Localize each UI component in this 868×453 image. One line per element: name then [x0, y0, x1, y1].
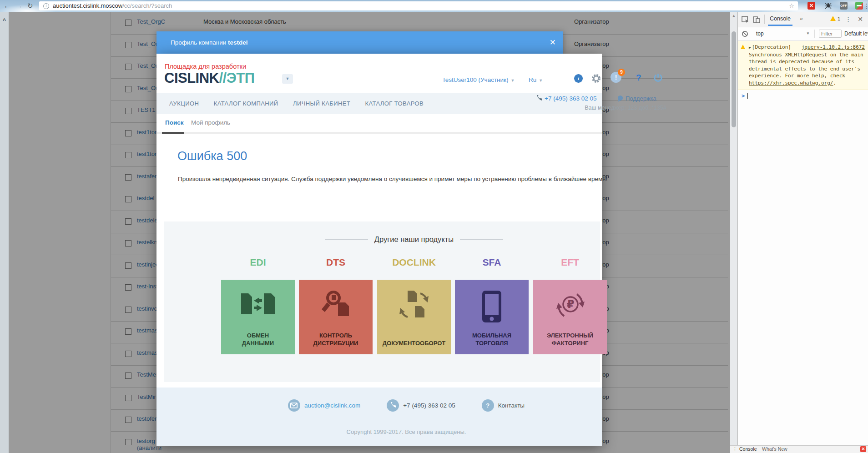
- manager-note: Ваш менеджер: 123 доб..*135#: [548, 105, 666, 111]
- spider-icon: [824, 2, 832, 10]
- nav-auction[interactable]: АУКЦИОН: [169, 93, 199, 114]
- divider: [814, 30, 815, 38]
- console-prompt[interactable]: >: [738, 90, 868, 102]
- reload-icon[interactable]: ↻: [27, 0, 33, 12]
- gear-icon[interactable]: [591, 74, 601, 85]
- console-levels-select[interactable]: Default lev: [844, 27, 868, 40]
- devtools-toolbar: Console » 1 ⋮ ✕: [738, 12, 868, 27]
- url-text[interactable]: auctiontest.cislink.moscow/cc/search/?se…: [53, 1, 172, 10]
- info-icon[interactable]: i: [574, 74, 583, 83]
- cislink-logo[interactable]: CISLINK//ЭТП: [164, 70, 255, 86]
- dts-tile[interactable]: КОНТРОЛЬ ДИСТРИБУЦИИ: [299, 280, 373, 354]
- nav-personal-cabinet[interactable]: ЛИЧНЫЙ КАБИНЕТ: [293, 93, 350, 114]
- nav-goods-catalog[interactable]: КАТАЛОГ ТОВАРОВ: [365, 93, 424, 114]
- extension-spider-icon[interactable]: [824, 2, 832, 10]
- page-info-icon[interactable]: i: [43, 3, 49, 9]
- tab-my-profile[interactable]: Мой профиль: [191, 119, 230, 126]
- logo-dropdown-button[interactable]: ▼: [282, 74, 293, 84]
- address-bar[interactable]: i auctiontest.cislink.moscow/cc/search/?…: [39, 1, 798, 10]
- drawer-menu-icon[interactable]: ⋮: [732, 446, 737, 453]
- extension-x-icon[interactable]: ✕: [807, 2, 815, 10]
- footer-contacts-link[interactable]: ? Контакты: [482, 399, 525, 412]
- devtools-panel: Console » 1 ⋮ ✕ top ▼ Filter Default lev…: [737, 12, 868, 453]
- product-name-edi[interactable]: EDI: [221, 257, 295, 268]
- envelope-icon: [288, 399, 300, 412]
- documents-cycle-icon: [397, 290, 431, 322]
- console-filter-input[interactable]: Filter: [819, 30, 842, 38]
- chevron-down-icon: ▼: [806, 27, 810, 40]
- support-link[interactable]: Поддержка: [617, 95, 656, 102]
- notification-badge: 9: [618, 69, 625, 76]
- modal-body: Площадка для разработки CISLINK//ЭТП ▼ T…: [156, 54, 602, 446]
- drawer-close-icon[interactable]: ✕: [860, 446, 866, 452]
- scrollbar-thumb[interactable]: [732, 31, 736, 127]
- doclink-tile[interactable]: ДОКУМЕНТООБОРОТ: [377, 280, 451, 354]
- browser-menu-icon[interactable]: ⋮: [863, 0, 868, 11]
- magnifier-document-icon: [320, 290, 352, 319]
- products-title-row: Другие наши продукты: [221, 235, 607, 244]
- devtools-menu-icon[interactable]: ⋮: [845, 12, 851, 27]
- left-scroll-strip[interactable]: ^: [0, 12, 9, 453]
- devtools-close-icon[interactable]: ✕: [858, 12, 863, 27]
- eft-tile[interactable]: ₽ ЭЛЕКТРОННЫЙ ФАКТОРИНГ: [533, 280, 607, 354]
- products-title: Другие наши продукты: [374, 235, 454, 244]
- notifications-icon[interactable]: ! 9: [611, 72, 621, 83]
- inspect-element-icon[interactable]: [742, 16, 749, 23]
- footer-contacts: auction@cislink.com +7 (495) 363 02 05 ?…: [213, 399, 599, 412]
- documents-exchange-icon: [239, 290, 277, 318]
- user-menu[interactable]: TestUser100 (Участник)▼: [442, 76, 515, 83]
- device-toolbar-icon[interactable]: [753, 16, 760, 23]
- chat-icon: [617, 95, 624, 102]
- console-warning-message: ▶jquery-1.10.2.js:8672[Deprecation] Sync…: [738, 41, 868, 90]
- extension-off-icon[interactable]: OFF: [840, 2, 848, 10]
- clear-console-icon[interactable]: [742, 30, 748, 37]
- tab-bar: Поиск Мой профиль: [156, 116, 602, 135]
- product-name-eft[interactable]: EFT: [533, 257, 607, 268]
- devtools-warning-count[interactable]: 1: [830, 16, 840, 21]
- footer-email[interactable]: auction@cislink.com: [288, 399, 360, 412]
- footer-phone: +7 (495) 363 02 05: [387, 399, 455, 412]
- product-name-doclink[interactable]: DOCLINK: [377, 257, 451, 268]
- divider: [460, 239, 503, 240]
- header-phone[interactable]: +7 (495) 363 02 05: [536, 95, 596, 102]
- modal-footer: auction@cislink.com +7 (495) 363 02 05 ?…: [156, 388, 602, 446]
- copyright: Copyright 1999-2017. Все права защищены.: [213, 428, 599, 435]
- console-context-select[interactable]: top: [756, 27, 764, 40]
- scrollbar-up-icon[interactable]: ▲: [730, 14, 737, 18]
- browser-toolbar: ← → ↻ i auctiontest.cislink.moscow/cc/se…: [0, 0, 868, 12]
- back-icon[interactable]: ←: [4, 0, 11, 12]
- screen: ← → ↻ i auctiontest.cislink.moscow/cc/se…: [0, 0, 868, 453]
- warning-triangle-icon: [830, 16, 836, 21]
- devtools-tab-console[interactable]: Console: [770, 12, 791, 26]
- tab-underline: [156, 132, 602, 134]
- question-circle-icon: ?: [482, 399, 494, 412]
- power-logout-icon[interactable]: [653, 73, 663, 84]
- tab-search[interactable]: Поиск: [165, 119, 184, 126]
- language-menu[interactable]: Ru▼: [529, 76, 543, 83]
- smartphone-icon: [481, 290, 502, 323]
- sfa-tile[interactable]: МОБИЛЬНАЯ ТОРГОВЛЯ: [455, 280, 529, 354]
- product-name-sfa[interactable]: SFA: [455, 257, 529, 268]
- nav-company-catalog[interactable]: КАТАЛОГ КОМПАНИЙ: [214, 93, 278, 114]
- console-source-link[interactable]: jquery-1.10.2.js:8672: [802, 44, 865, 51]
- divider: [764, 15, 765, 24]
- drawer-tab-console[interactable]: Console: [739, 446, 757, 453]
- error-title: Ошибка 500: [177, 149, 247, 163]
- modal-header: Профиль компании testdel ✕: [156, 31, 563, 54]
- modal-title: Профиль компании testdel: [171, 31, 248, 54]
- bookmark-star-icon[interactable]: ☆: [789, 1, 794, 10]
- page-scrollbar[interactable]: ▲: [730, 12, 737, 453]
- product-name-dts[interactable]: DTS: [299, 257, 373, 268]
- scroll-up-icon[interactable]: ^: [0, 17, 9, 24]
- edi-tile[interactable]: ОБМЕН ДАННЫМИ: [221, 280, 295, 354]
- expand-caret-icon[interactable]: ▶: [749, 45, 751, 50]
- console-spec-link[interactable]: https://xhr.spec.whatwg.org/: [749, 80, 833, 86]
- devtools-drawer: ⋮ Console What's New ✕: [730, 445, 868, 453]
- extension-wallet-icon[interactable]: [855, 2, 863, 10]
- devtools-more-tabs-icon[interactable]: »: [800, 12, 803, 26]
- help-icon[interactable]: ?: [636, 73, 641, 83]
- forward-icon[interactable]: →: [15, 0, 23, 12]
- modal-close-icon[interactable]: ✕: [550, 31, 556, 54]
- drawer-tab-whats-new[interactable]: What's New: [762, 446, 787, 453]
- ruble-cycle-icon: ₽: [553, 290, 587, 322]
